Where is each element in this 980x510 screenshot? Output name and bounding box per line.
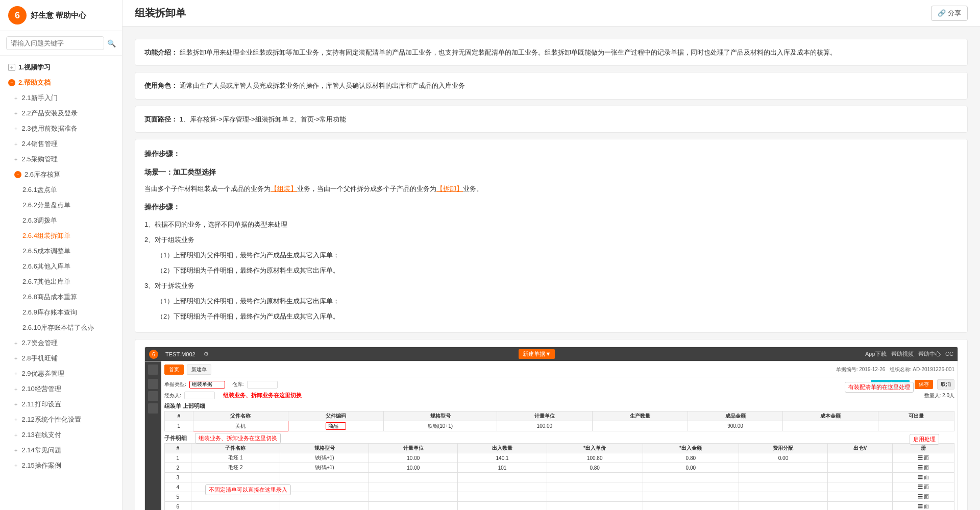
mini-content: 首页 新建单 单据编号: 2019-12-26 组织名称: AD-2019122… <box>145 361 958 510</box>
expand-icon: + <box>14 401 17 407</box>
mini-form-row1: 单据类型: 仓库: 选择物料单据 保存 取消 <box>164 379 954 390</box>
sidebar-item-coupon[interactable]: + 2.9优惠券管理 <box>0 366 122 381</box>
annotation-bottom-left: 不固定清单可以直接在这里录入 <box>205 484 291 495</box>
sidebar-item-sales[interactable]: + 2.4销售管理 <box>0 136 122 152</box>
path-title: 页面路径： <box>144 115 178 123</box>
mini-new-order[interactable]: 新建单据▼ <box>519 349 555 359</box>
sidebar-item-print[interactable]: + 2.11打印设置 <box>0 397 122 412</box>
nav-label: 2.15操作案例 <box>21 461 61 470</box>
nav-label: 2.6.4组装拆卸单 <box>22 231 70 240</box>
annotation-area: 组装单 上部明细 # 父件名称 父件编码 规格型号 计量单位 <box>164 402 954 510</box>
dot-icon: − <box>8 79 15 86</box>
sidebar-item-cost[interactable]: 2.6.5成本调整单 <box>0 244 122 259</box>
mini-cancel-btn[interactable]: 取消 <box>937 379 954 390</box>
nav-label: 2.帮助文档 <box>18 78 51 87</box>
sidebar: 6 好生意 帮助中心 🔍 + 1.视频学习 − 2.帮助文档 + 2.1新手入门… <box>0 0 122 510</box>
sidebar-item-payment[interactable]: + 2.13在线支付 <box>0 427 122 443</box>
app-name: 好生意 帮助中心 <box>31 11 86 20</box>
sidebar-item-faq[interactable]: + 2.14常见问题 <box>0 443 122 458</box>
expand-icon: + <box>14 371 17 377</box>
sidebar-header: 6 好生意 帮助中心 <box>0 0 122 31</box>
sidebar-item-video[interactable]: + 1.视频学习 <box>0 60 122 75</box>
path-text: 1、库存核算->库存管理->组装拆卸单 2、首页->常用功能 <box>180 115 347 123</box>
sidebar-item-assembly[interactable]: 2.6.4组装拆卸单 <box>0 228 122 244</box>
sidebar-item-install[interactable]: + 2.2产品安装及登录 <box>0 106 122 121</box>
sidebar-item-stockerror[interactable]: 2.6.10库存账本错了么办 <box>0 320 122 335</box>
expand-icon: + <box>14 340 17 346</box>
mini-cell-input[interactable] <box>326 422 346 430</box>
sidebar-item-stockcheck[interactable]: 2.6.9库存账本查询 <box>0 305 122 320</box>
step2-1: （1）上部明细为父件明细，最终作为产成品生成其它入库单； <box>144 249 958 262</box>
mini-table-row: 1 关机 铁锅(10+1) 100.00 900.00 <box>165 421 954 431</box>
search-icon[interactable]: 🔍 <box>107 39 116 47</box>
search-input[interactable] <box>6 36 104 50</box>
mini-form-row2: 经办人: 组装业务、拆卸业务在这里切换 数量人: 2.0人 <box>164 392 954 399</box>
nav-label: 2.9优惠券管理 <box>21 369 64 378</box>
mini-table-row: 6 ☰ 面 <box>165 502 954 510</box>
assembly-link[interactable]: 【组装】 <box>271 185 297 192</box>
mini-warehouse-input[interactable] <box>247 381 278 388</box>
mini-lower-table-label: 子件明细 <box>164 434 954 442</box>
sidebar-item-otherout[interactable]: 2.6.7其他出库单 <box>0 274 122 289</box>
nav-label: 2.8手机旺铺 <box>21 354 57 363</box>
mini-upper-table-label: 组装单 上部明细 <box>164 402 954 410</box>
annotation4-text: 不固定清单可以直接在这里录入 <box>209 487 287 493</box>
mini-logo: 6 <box>149 350 158 359</box>
expand-icon: + <box>8 64 15 71</box>
nav-label: 2.13在线支付 <box>21 430 61 440</box>
sidebar-item-prepare[interactable]: + 2.3使用前数据准备 <box>0 121 122 136</box>
sidebar-item-ops[interactable]: + 2.10经营管理 <box>0 381 122 397</box>
scenario1-title: 场景一：加工类型选择 <box>144 165 958 179</box>
nav-label: 2.14常见问题 <box>21 446 61 455</box>
nav-label: 2.6.5成本调整单 <box>22 247 70 256</box>
expand-icon: + <box>14 432 17 438</box>
sidebar-item-partstock[interactable]: 2.6.2分量盘点单 <box>0 198 122 213</box>
role-title: 使用角色： <box>144 82 178 89</box>
disassembly-link[interactable]: 【拆卸】 <box>436 185 463 192</box>
mini-topbar: 6 TEST-M002 ⚙ 新建单据▼ App下载 帮助视频 帮助中心 CC <box>145 347 958 361</box>
search-box[interactable]: 🔍 <box>0 31 122 56</box>
sidebar-item-cases[interactable]: + 2.15操作案例 <box>0 458 122 473</box>
mini-sidebar <box>145 361 161 510</box>
nav-label: 2.10经营管理 <box>21 384 61 394</box>
mini-sidebar-icon <box>148 365 158 375</box>
mini-upper-table: # 父件名称 父件编码 规格型号 计量单位 生产数量 成品金额 成本金额 可出量 <box>164 411 954 431</box>
expand-icon: + <box>14 386 17 392</box>
nav-label: 2.6.7其他出库单 <box>22 277 70 286</box>
sidebar-item-new[interactable]: + 2.1新手入门 <box>0 90 122 106</box>
share-button[interactable]: 🔗 分享 <box>931 6 968 21</box>
mini-type-input[interactable] <box>189 381 225 388</box>
steps-title: 操作步骤： <box>144 200 958 214</box>
step3-1: （1）上部明细为父件明细，最终作为原材料生成其它出库单； <box>144 295 958 308</box>
mini-table-row: 1 毛坯 1 铁(锅+1) 10.00 140.1 100.80 0.80 0.… <box>165 453 954 463</box>
mini-save-btn[interactable]: 保存 <box>915 380 933 389</box>
nav-label: 2.5采购管理 <box>21 155 57 164</box>
sidebar-item-system[interactable]: + 2.12系统个性化设置 <box>0 412 122 427</box>
annotation1-text: 有装配清单的在这里处理 <box>848 384 910 390</box>
sidebar-item-finance[interactable]: + 2.7资金管理 <box>0 335 122 351</box>
expand-icon: + <box>14 447 17 453</box>
sidebar-item-docs[interactable]: − 2.帮助文档 <box>0 75 122 90</box>
sidebar-item-adjust[interactable]: 2.6.3调拨单 <box>0 213 122 228</box>
mini-operator-input[interactable] <box>184 392 215 399</box>
step2-2: （2）下部明细为子件明细，最终作为原材料生成其它出库单。 <box>144 264 958 277</box>
mini-tab-home[interactable]: 首页 <box>164 365 184 375</box>
sidebar-item-mobile[interactable]: + 2.8手机旺铺 <box>0 351 122 366</box>
mini-sidebar-icon <box>148 379 158 389</box>
screenshot-image: 6 TEST-M002 ⚙ 新建单据▼ App下载 帮助视频 帮助中心 CC <box>144 347 958 510</box>
sidebar-item-goodscost[interactable]: 2.6.8商品成本重算 <box>0 289 122 305</box>
path-card: 页面路径： 1、库存核算->库存管理->组装拆卸单 2、首页->常用功能 <box>135 106 968 133</box>
sidebar-item-purchase[interactable]: + 2.5采购管理 <box>0 152 122 167</box>
nav-label: 2.7资金管理 <box>21 338 57 348</box>
nav-label: 2.12系统个性化设置 <box>21 415 81 424</box>
expand-icon: + <box>14 417 17 423</box>
topbar: 组装拆卸单 🔗 分享 <box>122 0 980 27</box>
sidebar-item-otherinput[interactable]: 2.6.6其他入库单 <box>0 259 122 274</box>
intro-title: 功能介绍： <box>144 48 178 56</box>
share-icon: 🔗 <box>938 9 946 17</box>
expand-icon: + <box>14 95 17 101</box>
mini-table-row: 2 毛坯 2 铁(锅+1) 10.00 101 0.80 0.00 <box>165 463 954 473</box>
mini-tab-new[interactable]: 新建单 <box>187 365 211 375</box>
sidebar-item-inventory[interactable]: − 2.6库存核算 <box>0 167 122 182</box>
sidebar-item-stocktake[interactable]: 2.6.1盘点单 <box>0 182 122 198</box>
